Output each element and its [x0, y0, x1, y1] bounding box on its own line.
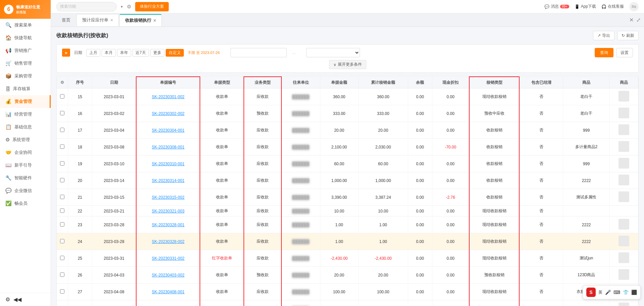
expand-icon[interactable]: ⤢	[636, 17, 641, 23]
this-month-btn[interactable]: 本月	[102, 49, 116, 57]
last-7days-btn[interactable]: 近7天	[132, 49, 149, 57]
row-checkbox[interactable]	[60, 239, 64, 243]
export-button[interactable]: ↗ 导出	[593, 31, 614, 40]
row-checkbox[interactable]	[60, 208, 64, 213]
settings-filter-button[interactable]: 设置	[616, 48, 633, 57]
row-checkbox[interactable]	[60, 289, 64, 294]
floating-mic-icon[interactable]: 🎤	[605, 290, 611, 295]
sk-no-link[interactable]: SK-20230328-002	[152, 239, 184, 244]
tab-home[interactable]: 首页	[56, 14, 76, 26]
sidebar-bottom: ⚙ ◀◀	[0, 293, 51, 306]
sidebar-item-hardware[interactable]: 🔧 智能硬件	[0, 172, 51, 184]
dropdown-icon[interactable]: ▾	[121, 4, 123, 9]
goods-thumb	[619, 219, 629, 230]
sidebar-item-operation[interactable]: 📊 经营管理	[0, 108, 51, 121]
sk-no-link[interactable]: SK-20230310-001	[152, 162, 184, 166]
row-checkbox[interactable]	[60, 195, 64, 199]
message-area[interactable]: 💬 消息 99+	[544, 4, 569, 9]
sk-no-link[interactable]: SK-20230308-001	[152, 145, 184, 149]
tab-prepay-close[interactable]: ×	[110, 17, 113, 23]
partner-input[interactable]	[230, 48, 287, 57]
topbar-search-box[interactable]: 搜索功能	[56, 2, 117, 11]
sidebar-item-wechat[interactable]: 💬 企业微信	[0, 184, 51, 197]
table-row: 212023-03-15SK-20230315-002收款单应收款██████3…	[57, 189, 638, 206]
sidebar-item-member[interactable]: ✅ 畅会员	[0, 197, 51, 210]
floating-keyboard-icon[interactable]: ⌨	[613, 290, 620, 295]
row-checkbox[interactable]	[60, 272, 64, 277]
industry-btn[interactable]: 体验行业方案	[135, 2, 169, 11]
goods-thumb	[619, 91, 629, 102]
row-checkbox[interactable]	[60, 161, 64, 166]
settings-topbar-icon[interactable]: ⚙	[127, 4, 131, 10]
sidebar-item-inventory[interactable]: 🗄 库存核算	[0, 82, 51, 95]
sk-no-link[interactable]: SK-20230304-001	[152, 128, 184, 133]
sidebar-item-quicknav[interactable]: 🏠 快捷导航	[0, 32, 51, 44]
collapse-icon[interactable]: ◀◀	[13, 296, 21, 303]
app-download-label: App下载	[581, 4, 596, 9]
sk-no-link[interactable]: SK-20230408-001	[152, 290, 184, 294]
row-checkbox[interactable]	[60, 128, 64, 132]
refresh-icon: ↻	[622, 33, 625, 38]
marketing-icon: 📢	[5, 48, 12, 54]
sk-no-link[interactable]: SK-20230301-002	[152, 95, 184, 99]
more-dots: ...	[292, 50, 296, 55]
row-checkbox[interactable]	[60, 178, 64, 182]
floating-lang-btn[interactable]: 英	[598, 290, 602, 295]
sk-no-link[interactable]: SK-20230315-002	[152, 195, 184, 200]
refresh-button[interactable]: ↻ 刷新	[617, 31, 639, 40]
query-button[interactable]: 查询	[595, 48, 613, 57]
sidebar-item-search[interactable]: 🔍 搜索菜单	[0, 19, 51, 32]
app-download-area[interactable]: 📱 App下载	[575, 4, 596, 9]
sk-no-link[interactable]: SK-20230331-002	[152, 256, 184, 261]
filter-expand-button[interactable]: »	[62, 49, 70, 57]
more-date-btn[interactable]: 更多	[150, 49, 164, 57]
row-checkbox[interactable]	[60, 111, 64, 115]
table-row: 182023-03-08SK-20230308-001收款单应收款██████2…	[57, 139, 638, 156]
tab-receipt-verify[interactable]: 收款核销执行 ×	[119, 14, 162, 26]
sidebar-item-label: 系统管理	[12, 137, 30, 143]
sidebar-item-sales[interactable]: 🛒 销售管理	[0, 57, 51, 70]
goods-thumb	[619, 191, 629, 202]
sidebar-item-marketing[interactable]: 📢 营销推广	[0, 44, 51, 57]
sidebar-item-basic[interactable]: 📋 基础信息	[0, 121, 51, 133]
sidebar-item-system[interactable]: ⚙ 系统管理	[0, 133, 51, 146]
sidebar-item-guide[interactable]: 📖 新手引导	[0, 159, 51, 172]
tab-receipt-verify-close[interactable]: ×	[153, 18, 156, 23]
sidebar-item-purchase[interactable]: 📦 采购管理	[0, 70, 51, 82]
col-settings[interactable]: ⚙	[57, 77, 68, 88]
sidebar-item-label: 销售管理	[14, 60, 32, 66]
customer-service-area[interactable]: 🎧 在线客服	[601, 4, 624, 9]
row-checkbox[interactable]	[60, 94, 64, 99]
table-row: 282023-04-18SK-20230418-001收款单应收款██████1…	[57, 300, 638, 306]
settings-icon[interactable]: ⚙	[5, 296, 10, 303]
user-avatar[interactable]: Rit	[629, 2, 639, 11]
doc-type-select[interactable]	[306, 48, 360, 57]
tab-prepay[interactable]: 预计应应付单 ×	[76, 14, 119, 26]
close-all-icon[interactable]: ✕	[629, 17, 634, 23]
this-year-btn[interactable]: 本年	[117, 49, 131, 57]
col-balance: 余额	[408, 77, 432, 88]
row-checkbox[interactable]	[60, 144, 64, 149]
date-label: 日期	[74, 50, 82, 56]
table-row: 232023-03-28SK-20230328-001收款单应收款██████1…	[57, 217, 638, 233]
table-row: 272023-04-08SK-20230408-001收款单应收款██████1…	[57, 284, 638, 300]
message-icon: 💬	[544, 4, 549, 9]
row-checkbox[interactable]	[60, 256, 64, 260]
system-icon: ⚙	[5, 137, 10, 143]
sk-no-link[interactable]: SK-20230302-002	[152, 111, 184, 116]
row-checkbox[interactable]	[60, 222, 64, 227]
floating-grid-icon[interactable]: ⬛	[631, 290, 637, 295]
floating-shirt-icon[interactable]: 👕	[623, 290, 629, 295]
sk-no-link[interactable]: SK-20230314-001	[152, 178, 184, 183]
sk-no-link[interactable]: SK-20230321-003	[152, 209, 184, 213]
sk-no-link[interactable]: SK-20230328-001	[152, 223, 184, 227]
sidebar-item-finance[interactable]: 💰 资金管理	[0, 95, 51, 108]
col-amount: 单据金额	[320, 77, 358, 88]
custom-date-btn[interactable]: 自定义	[166, 49, 184, 57]
expand-more-button[interactable]: ∨ 展开更多条件	[329, 60, 366, 69]
last-month-btn[interactable]: 上月	[86, 49, 100, 57]
sk-no-link[interactable]: SK-20230403-002	[152, 273, 184, 278]
sidebar-item-label: 营销推广	[14, 48, 32, 54]
sidebar-item-corp[interactable]: 🤝 企业协同	[0, 146, 51, 159]
topbar: 搜索功能 ▾ ⚙ 体验行业方案 💬 消息 99+ 📱 App下载 🎧 在线客服 …	[51, 0, 644, 13]
